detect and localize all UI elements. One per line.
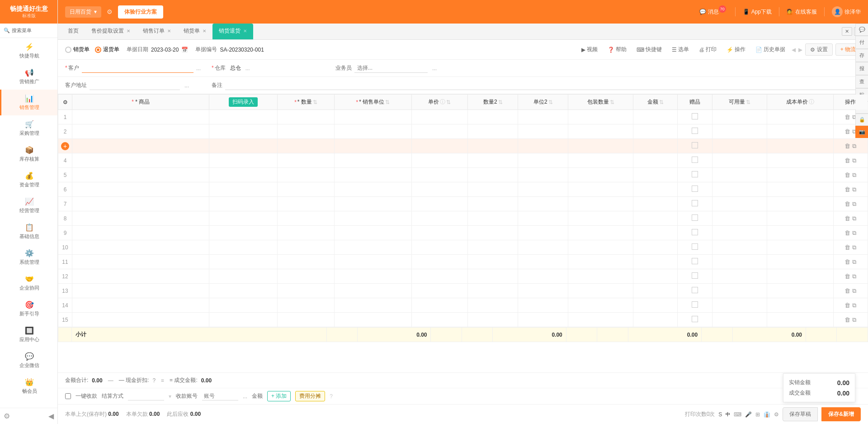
copy-icon-12[interactable]: ⧉ xyxy=(852,273,856,280)
copy-icon-10[interactable]: ⧉ xyxy=(852,244,856,251)
qty-cell-12[interactable] xyxy=(278,269,335,284)
price-cell-7[interactable] xyxy=(411,197,468,211)
address-input[interactable] xyxy=(90,81,180,90)
right-action-pay[interactable]: 付 xyxy=(855,36,868,49)
copy-icon-15[interactable]: ⧉ xyxy=(852,316,856,324)
unit2-cell-10[interactable] xyxy=(518,240,568,255)
price-cell-15[interactable] xyxy=(411,313,468,327)
tab-sales-return-close[interactable]: ✕ xyxy=(243,29,247,33)
sidebar-item-enterprise[interactable]: 🤝 企业协同 xyxy=(0,270,57,296)
unit2-cell-2[interactable] xyxy=(518,124,568,139)
amount-cell-3[interactable] xyxy=(633,139,678,153)
address-dots[interactable]: ... xyxy=(184,82,189,89)
amount-cell-9[interactable] xyxy=(633,226,678,240)
unit2-cell-11[interactable] xyxy=(518,255,568,269)
sidebar-item-apps[interactable]: 🔲 应用中心 xyxy=(0,322,57,348)
amount-cell-13[interactable] xyxy=(633,284,678,298)
qty2-cell-5[interactable] xyxy=(468,168,518,182)
gift-cell-10[interactable] xyxy=(678,240,712,255)
product-cell-8[interactable] xyxy=(72,211,209,226)
unit-cell-11[interactable] xyxy=(335,255,412,269)
tab-sales-return[interactable]: 销货退货 ✕ xyxy=(212,24,253,39)
user-profile[interactable]: 👤 徐泽华 xyxy=(832,6,861,17)
unit-cell-3[interactable] xyxy=(335,139,412,153)
qty-cell-2[interactable] xyxy=(278,124,335,139)
gift-cell-5[interactable] xyxy=(678,168,712,182)
help-price-icon[interactable]: ⓘ xyxy=(440,98,445,106)
delete-icon-2[interactable]: 🗑 xyxy=(844,128,850,135)
gift-checkbox-3[interactable] xyxy=(692,142,698,148)
copy-icon-9[interactable]: ⧉ xyxy=(852,229,856,237)
gift-checkbox-11[interactable] xyxy=(692,258,698,264)
qty-cell-3[interactable] xyxy=(278,139,335,153)
unit2-cell-4[interactable] xyxy=(518,153,568,168)
delete-icon-5[interactable]: 🗑 xyxy=(844,172,850,179)
sort-icon-unit[interactable]: ⇅ xyxy=(385,99,390,105)
delete-icon-7[interactable]: 🗑 xyxy=(844,200,850,208)
price-cell-2[interactable] xyxy=(411,124,468,139)
trial-button[interactable]: 体验行业方案 xyxy=(118,5,163,19)
product-cell-13[interactable] xyxy=(72,284,209,298)
delete-icon-11[interactable]: 🗑 xyxy=(844,258,850,266)
sort-icon-avail[interactable]: ⇅ xyxy=(746,99,750,105)
sidebar-item-basics[interactable]: 📋 基础信息 xyxy=(0,219,57,244)
pack-cell-6[interactable] xyxy=(568,182,633,197)
unit2-cell-3[interactable] xyxy=(518,139,568,153)
input-icon1[interactable]: ⌨ xyxy=(734,411,741,418)
qty2-cell-13[interactable] xyxy=(468,284,518,298)
product-cell-10[interactable] xyxy=(72,240,209,255)
delete-icon-10[interactable]: 🗑 xyxy=(844,244,850,251)
copy-icon-11[interactable]: ⧉ xyxy=(852,258,856,266)
unit2-cell-8[interactable] xyxy=(518,211,568,226)
pack-cell-12[interactable] xyxy=(568,269,633,284)
tab-price-settings[interactable]: 售价提取设置 ✕ xyxy=(85,24,137,39)
qty2-cell-15[interactable] xyxy=(468,313,518,327)
delete-icon-12[interactable]: 🗑 xyxy=(844,273,850,280)
qty-cell-13[interactable] xyxy=(278,284,335,298)
amount-cell-5[interactable] xyxy=(633,168,678,182)
copy-icon-6[interactable]: ⧉ xyxy=(852,186,856,193)
sidebar-item-operations[interactable]: 📈 经营管理 xyxy=(0,193,57,219)
warehouse-dots[interactable]: ... xyxy=(245,65,250,71)
online-service-item[interactable]: 💁 在线客服 xyxy=(787,8,817,16)
copy-icon-5[interactable]: ⧉ xyxy=(852,172,856,179)
unit-cell-13[interactable] xyxy=(335,284,412,298)
gift-cell-1[interactable] xyxy=(678,110,712,124)
sort-icon-unit2[interactable]: ⇅ xyxy=(548,99,553,105)
gift-checkbox-1[interactable] xyxy=(692,113,698,119)
unit-cell-15[interactable] xyxy=(335,313,412,327)
sidebar-item-inventory[interactable]: 📦 库存核算 xyxy=(0,141,57,167)
gift-cell-11[interactable] xyxy=(678,255,712,269)
sort-icon-price[interactable]: ⇅ xyxy=(446,99,451,105)
video-btn[interactable]: ▶ 视频 xyxy=(578,44,601,55)
sidebar-item-sales[interactable]: 📊 销售管理 xyxy=(0,90,57,115)
product-cell-15[interactable] xyxy=(72,313,209,327)
unit2-cell-6[interactable] xyxy=(518,182,568,197)
tab-sales[interactable]: 销货单 ✕ xyxy=(177,24,212,39)
price-cell-14[interactable] xyxy=(411,298,468,313)
gift-checkbox-10[interactable] xyxy=(692,243,698,250)
pack-cell-2[interactable] xyxy=(568,124,633,139)
product-cell-2[interactable] xyxy=(72,124,209,139)
product-cell-3[interactable] xyxy=(72,139,209,153)
qty2-cell-2[interactable] xyxy=(468,124,518,139)
salesperson-input[interactable] xyxy=(354,63,428,73)
qty2-cell-3[interactable] xyxy=(468,139,518,153)
pack-cell-7[interactable] xyxy=(568,197,633,211)
sort-icon-quantity[interactable]: ⇅ xyxy=(313,99,317,105)
gift-cell-4[interactable] xyxy=(678,153,712,168)
delete-icon-9[interactable]: 🗑 xyxy=(844,229,850,237)
account-input[interactable] xyxy=(202,392,238,400)
qty-cell-14[interactable] xyxy=(278,298,335,313)
one-click-checkbox[interactable] xyxy=(65,393,71,399)
delete-icon-1[interactable]: 🗑 xyxy=(844,114,850,121)
right-action-chat[interactable]: 💬 xyxy=(855,24,868,36)
tab-sales-order[interactable]: 销售订单 ✕ xyxy=(137,24,177,39)
product-cell-5[interactable] xyxy=(72,168,209,182)
calendar-icon[interactable]: 📅 xyxy=(181,47,188,53)
sidebar-item-marketing[interactable]: 📢 营销推广 xyxy=(0,64,57,90)
qty2-cell-11[interactable] xyxy=(468,255,518,269)
amount-cell-14[interactable] xyxy=(633,298,678,313)
save-draft-button[interactable]: 保存草稿 xyxy=(783,407,818,421)
sidebar-item-wechat[interactable]: 💬 企业微信 xyxy=(0,348,57,373)
